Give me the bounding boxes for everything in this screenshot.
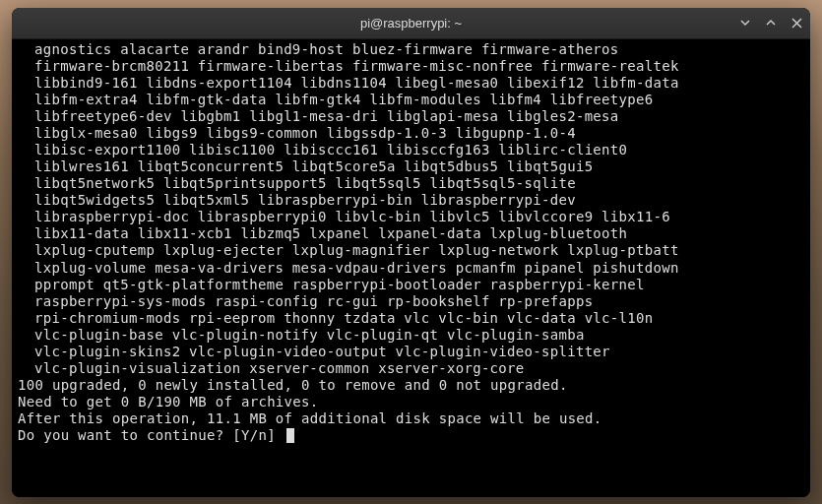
terminal-output[interactable]: agnostics alacarte arandr bind9-host blu…	[12, 39, 810, 497]
window-title: pi@raspberrypi: ~	[360, 16, 462, 31]
package-line: libqt5network5 libqt5printsupport5 libqt…	[18, 175, 804, 192]
package-line: vlc-plugin-skins2 vlc-plugin-video-outpu…	[18, 344, 804, 360]
package-line: libglx-mesa0 libgs9 libgs9-common libgss…	[18, 125, 804, 142]
package-line: vlc-plugin-base vlc-plugin-notify vlc-pl…	[18, 327, 804, 344]
cursor	[286, 428, 294, 443]
prompt-line[interactable]: Do you want to continue? [Y/n]	[18, 427, 804, 444]
package-line: pprompt qt5-gtk-platformtheme raspberryp…	[18, 277, 804, 293]
close-button[interactable]	[789, 15, 804, 31]
package-line: libqt5widgets5 libqt5xml5 libraspberrypi…	[18, 192, 804, 209]
package-line: libfm-extra4 libfm-gtk-data libfm-gtk4 l…	[18, 92, 804, 108]
close-icon	[791, 18, 802, 29]
package-line: rpi-chromium-mods rpi-eeprom thonny tzda…	[18, 310, 804, 327]
summary-line: 100 upgraded, 0 newly installed, 0 to re…	[18, 377, 804, 394]
chevron-down-icon	[739, 17, 751, 29]
package-line: agnostics alacarte arandr bind9-host blu…	[18, 41, 804, 58]
package-line: vlc-plugin-visualization xserver-common …	[18, 360, 804, 377]
summary-line: Need to get 0 B/190 MB of archives.	[18, 394, 804, 410]
package-line: libraspberrypi-doc libraspberrypi0 libvl…	[18, 209, 804, 225]
package-line: libbind9-161 libdns-export1104 libdns110…	[18, 75, 804, 92]
maximize-button[interactable]	[763, 15, 779, 31]
package-line: liblwres161 libqt5concurrent5 libqt5core…	[18, 158, 804, 175]
chevron-up-icon	[765, 17, 777, 29]
summary-line: After this operation, 11.1 MB of additio…	[18, 410, 804, 427]
terminal-window: pi@raspberrypi: ~ agnostics alacarte ara…	[12, 8, 810, 497]
package-line: libfreetype6-dev libgbm1 libgl1-mesa-dri…	[18, 108, 804, 125]
package-line: firmware-brcm80211 firmware-libertas fir…	[18, 58, 804, 75]
package-line: libx11-data libx11-xcb1 libzmq5 lxpanel …	[18, 225, 804, 242]
package-line: libisc-export1100 libisc1100 libisccc161…	[18, 142, 804, 158]
titlebar: pi@raspberrypi: ~	[12, 8, 810, 39]
package-line: raspberrypi-sys-mods raspi-config rc-gui…	[18, 293, 804, 310]
package-line: lxplug-volume mesa-va-drivers mesa-vdpau…	[18, 260, 804, 277]
minimize-button[interactable]	[737, 15, 753, 31]
window-controls	[737, 15, 804, 31]
package-line: lxplug-cputemp lxplug-ejecter lxplug-mag…	[18, 242, 804, 259]
